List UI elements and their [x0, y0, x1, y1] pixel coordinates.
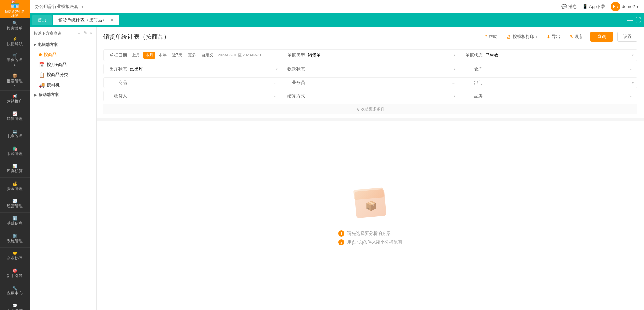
filter-cell-brand[interactable]: 品牌 ···: [459, 91, 637, 101]
filter-cell-department[interactable]: 部门 ▾: [459, 78, 637, 88]
tree-item-by-category[interactable]: 📋 按商品分类: [30, 70, 96, 80]
out-status-value: 已出库: [130, 66, 273, 72]
report-tab-label: 销货单统计表（按商品）: [58, 17, 106, 23]
date-tab-this-month[interactable]: 本月: [143, 52, 155, 59]
refresh-icon: ↻: [570, 34, 574, 39]
brand-dots-icon[interactable]: ···: [630, 94, 634, 99]
tab-bar: 首页 销货单统计表（按商品） ✕ — ⛶: [30, 13, 644, 27]
top-bar: 办公用品行业模拟账套 ▾ 💬 消息 📱 App下载 Ea demo2 ▾: [30, 0, 644, 13]
tree-group-desktop[interactable]: ▾ 电脑端方案: [30, 40, 96, 50]
tree-item-label-by-category: 按商品分类: [47, 72, 68, 78]
sidebar-item-wholesale[interactable]: 📦 批发管理 ▲: [0, 70, 30, 91]
doc-status-dropdown-icon: ▾: [632, 53, 634, 57]
tab-home[interactable]: 首页: [32, 15, 52, 25]
department-label: 部门: [463, 80, 483, 86]
filter-cell-warehouse[interactable]: 仓库 ···: [459, 64, 637, 74]
export-button[interactable]: ⬇ 导出: [544, 32, 563, 41]
tree-item-by-product[interactable]: 按商品: [30, 50, 96, 60]
date-tab-this-year[interactable]: 本年: [157, 52, 169, 59]
tab-report[interactable]: 销货单统计表（按商品） ✕: [53, 15, 119, 25]
warehouse-dots-icon[interactable]: ···: [630, 67, 634, 72]
refresh-button[interactable]: ↻ 刷新: [567, 32, 586, 41]
page-title: 销货单统计表（按商品）: [103, 33, 170, 41]
doc-status-value: 已生效: [485, 52, 629, 58]
collapse-label: 收起更多条件: [361, 106, 385, 112]
sidebar-item-marketing[interactable]: 📢 营销推广: [0, 91, 30, 108]
tree-item-by-month-product[interactable]: 📅 按月+商品: [30, 60, 96, 70]
salesperson-dots-icon[interactable]: ···: [452, 80, 455, 85]
sidebar-item-guide[interactable]: 🎯 新手引导: [0, 265, 30, 282]
sidebar-item-purchase[interactable]: 🛍️ 采购管理: [0, 143, 30, 160]
help-icon: ?: [485, 34, 487, 39]
search-icon: 🔍: [12, 21, 17, 25]
add-scheme-icon[interactable]: ＋: [77, 30, 82, 36]
collapse-panel-icon[interactable]: «: [90, 30, 92, 36]
app-download-button[interactable]: 📱 App下载: [582, 4, 605, 10]
app-download-icon: 📱: [582, 4, 588, 9]
sidebar-label-wholesale: 批发管理: [7, 78, 23, 84]
sidebar-item-inventory[interactable]: 📊 库存核算: [0, 160, 30, 178]
sidebar-item-finance[interactable]: 💰 资金管理: [0, 178, 30, 195]
user-menu[interactable]: Ea demo2 ▾: [611, 2, 639, 11]
tree-group-mobile[interactable]: ▶ 移动端方案: [30, 90, 96, 100]
date-tabs-group: 上月 本月 本年 近7天 更多 自定义: [130, 52, 215, 59]
maximize-icon[interactable]: ⛶: [635, 17, 641, 24]
doc-type-label: 单据类型: [285, 52, 305, 58]
sidebar-item-enterprise[interactable]: 🤝 企业协同: [0, 248, 30, 265]
help-button[interactable]: ? 帮助: [482, 32, 500, 41]
filter-cell-receiver[interactable]: 收货人 ···: [104, 91, 281, 101]
sidebar-item-search[interactable]: 🔍 搜索菜单: [0, 18, 30, 34]
sidebar-item-retail[interactable]: 🛒 零售管理 ▲: [0, 50, 30, 70]
tree-group-label-text: 电脑端方案: [38, 42, 58, 48]
filter-cell-doc-type[interactable]: 单据类型 销货单 ▾: [281, 50, 459, 61]
tree-item-label-by-product: 按商品: [44, 52, 57, 58]
sidebar-item-operation[interactable]: 📉 经营管理: [0, 195, 30, 213]
minimize-icon[interactable]: —: [627, 17, 633, 24]
guide-icon: 🎯: [12, 268, 17, 273]
message-icon: 💬: [561, 4, 567, 9]
salesperson-label: 业务员: [285, 80, 305, 86]
collapse-bar[interactable]: ∧ 收起更多条件: [103, 104, 637, 114]
home-tab-label: 首页: [38, 17, 46, 23]
sidebar-item-system[interactable]: ⚙️ 系统管理: [0, 230, 30, 248]
industry-dropdown-icon[interactable]: ▾: [81, 4, 84, 9]
filter-cell-out-status[interactable]: 出库状态 已出库 ▾: [104, 64, 281, 74]
tab-close-icon[interactable]: ✕: [110, 18, 114, 22]
empty-state: 📦 1 请先选择要分析的方案 2 用[过滤]条件来缩小分析范围: [97, 121, 644, 310]
filter-cell-receipt-status[interactable]: 收款状态 ▾: [281, 64, 459, 74]
date-tab-custom[interactable]: 自定义: [199, 52, 215, 59]
product-dots-icon[interactable]: ···: [274, 80, 278, 85]
tree-item-by-driver[interactable]: 🚚 按司机: [30, 80, 96, 90]
filter-cell-product[interactable]: 商品 ···: [104, 78, 281, 88]
template-print-label: 按模板打印: [513, 34, 534, 40]
brand-label: 品牌: [463, 93, 483, 99]
sidebar-item-basic[interactable]: ℹ️ 基础信息: [0, 213, 30, 230]
date-label: 单据日期: [107, 52, 127, 58]
template-print-button[interactable]: 🖨 按模板打印 ▾: [504, 32, 540, 41]
receiver-dots-icon[interactable]: ···: [274, 94, 278, 99]
date-tab-more[interactable]: 更多: [186, 52, 198, 59]
print-dropdown-icon: ▾: [536, 35, 537, 39]
sidebar-item-sales[interactable]: 📈 销售管理: [0, 108, 30, 125]
industry-label: 办公用品行业模拟账套: [35, 4, 78, 10]
logo-icon: 🏪: [10, 0, 19, 9]
tree-expand-icon: ▾: [34, 43, 36, 47]
out-status-label: 出库状态: [107, 66, 127, 72]
filter-cell-salesperson[interactable]: 业务员 ···: [281, 78, 459, 88]
message-button[interactable]: 💬 消息: [561, 4, 577, 10]
date-tab-7days[interactable]: 近7天: [170, 52, 184, 59]
settings-button[interactable]: 设置: [617, 32, 637, 42]
edit-scheme-icon[interactable]: ✎: [84, 30, 88, 36]
wholesale-icon: 📦: [12, 73, 17, 78]
filter-cell-doc-status[interactable]: 单据状态 已生效 ▾: [459, 50, 637, 61]
sidebar-item-appcenter[interactable]: 🔧 应用中心: [0, 282, 30, 300]
date-tab-last-month[interactable]: 上月: [130, 52, 142, 59]
filter-cell-payment[interactable]: 结算方式 ▾: [281, 91, 459, 101]
tab-bar-actions: — ⛶: [627, 17, 641, 24]
filter-cell-date: 单据日期 上月 本月 本年 近7天 更多 自定义 2023-03-01 至 20…: [104, 50, 281, 61]
sidebar-item-quicknav[interactable]: ⚡ 快捷导航: [0, 34, 30, 50]
sidebar-item-ecommerce[interactable]: 💻 电商管理: [0, 125, 30, 143]
sidebar-item-wechat[interactable]: 💬 企业微信: [0, 300, 30, 310]
sidebar-label-retail: 零售管理: [7, 58, 23, 63]
query-button[interactable]: 查询: [590, 32, 613, 42]
